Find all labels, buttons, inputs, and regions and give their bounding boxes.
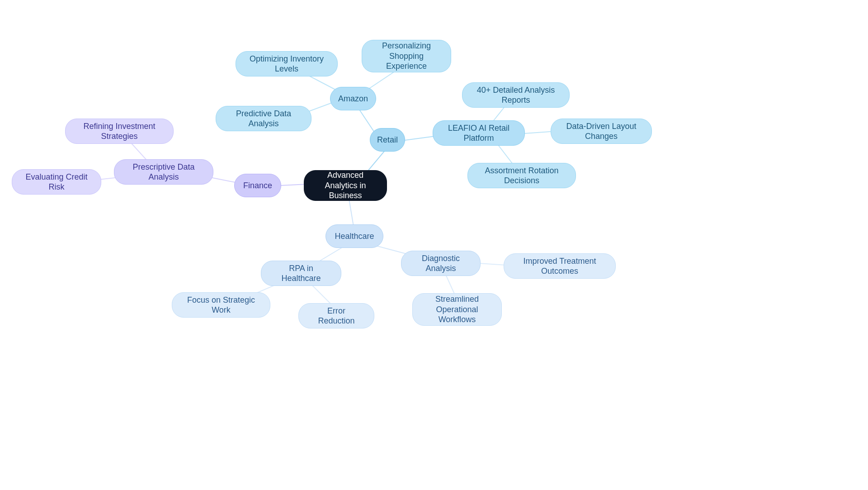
credit-node[interactable]: Evaluating Credit Risk bbox=[12, 169, 101, 195]
healthcare-label: Healthcare bbox=[335, 231, 374, 242]
reports-label: 40+ Detailed Analysis Reports bbox=[472, 85, 559, 105]
workflows-label: Streamlined Operational Workflows bbox=[423, 294, 491, 325]
layout-label: Data-Driven Layout Changes bbox=[561, 121, 642, 142]
diagnostic-label: Diagnostic Analysis bbox=[411, 253, 470, 274]
root-label: Advanced Analytics in Business bbox=[314, 170, 377, 201]
workflows-node[interactable]: Streamlined Operational Workflows bbox=[412, 293, 502, 326]
predictive-label: Predictive Data Analysis bbox=[226, 109, 301, 129]
assortment-label: Assortment Rotation Decisions bbox=[478, 166, 566, 186]
finance-label: Finance bbox=[243, 181, 272, 191]
svg-line-3 bbox=[357, 106, 375, 133]
strategic-label: Focus on Strategic Work bbox=[182, 295, 260, 315]
error-label: Error Reduction bbox=[309, 306, 364, 326]
rpa-label: RPA in Healthcare bbox=[271, 263, 331, 284]
rpa-node[interactable]: RPA in Healthcare bbox=[261, 261, 341, 286]
personalizing-label: Personalizing Shopping Experience bbox=[372, 41, 441, 71]
amazon-label: Amazon bbox=[338, 94, 368, 104]
treatment-label: Improved Treatment Outcomes bbox=[514, 256, 605, 276]
leafio-node[interactable]: LEAFIO AI Retail Platform bbox=[433, 120, 525, 146]
treatment-node[interactable]: Improved Treatment Outcomes bbox=[504, 253, 616, 279]
edge-layer bbox=[0, 0, 868, 490]
retail-label: Retail bbox=[377, 135, 398, 145]
svg-line-2 bbox=[349, 199, 354, 226]
retail-node[interactable]: Retail bbox=[370, 128, 405, 152]
investment-node[interactable]: Refining Investment Strategies bbox=[65, 119, 174, 144]
layout-node[interactable]: Data-Driven Layout Changes bbox=[551, 119, 652, 144]
investment-label: Refining Investment Strategies bbox=[75, 121, 163, 142]
healthcare-node[interactable]: Healthcare bbox=[326, 224, 383, 248]
prescriptive-label: Prescriptive Data Analysis bbox=[124, 162, 203, 182]
root-node[interactable]: Advanced Analytics in Business bbox=[304, 170, 387, 201]
reports-node[interactable]: 40+ Detailed Analysis Reports bbox=[462, 82, 570, 108]
mindmap-canvas: Advanced Analytics in Business Retail Am… bbox=[0, 0, 868, 490]
leafio-label: LEAFIO AI Retail Platform bbox=[443, 123, 514, 143]
svg-line-1 bbox=[280, 184, 307, 186]
inventory-label: Optimizing Inventory Levels bbox=[246, 54, 327, 74]
error-node[interactable]: Error Reduction bbox=[298, 303, 374, 328]
credit-label: Evaluating Credit Risk bbox=[22, 172, 91, 192]
assortment-node[interactable]: Assortment Rotation Decisions bbox=[467, 163, 576, 188]
prescriptive-node[interactable]: Prescriptive Data Analysis bbox=[114, 159, 213, 185]
predictive-node[interactable]: Predictive Data Analysis bbox=[216, 106, 311, 131]
personalizing-node[interactable]: Personalizing Shopping Experience bbox=[362, 40, 451, 72]
strategic-node[interactable]: Focus on Strategic Work bbox=[172, 292, 270, 318]
amazon-node[interactable]: Amazon bbox=[330, 87, 376, 110]
inventory-node[interactable]: Optimizing Inventory Levels bbox=[236, 51, 338, 76]
finance-node[interactable]: Finance bbox=[234, 174, 281, 197]
diagnostic-node[interactable]: Diagnostic Analysis bbox=[401, 251, 481, 276]
